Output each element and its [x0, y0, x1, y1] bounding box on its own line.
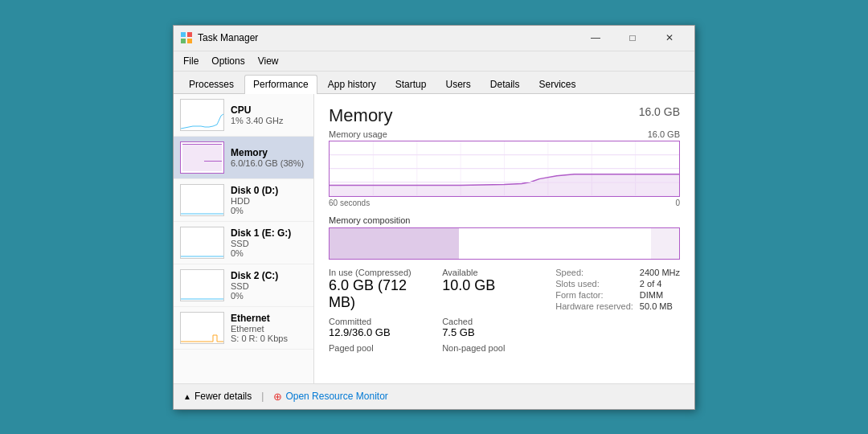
- grid-line-3: [330, 169, 679, 182]
- slots-label: Slots used:: [555, 279, 633, 289]
- hw-reserved-label: Hardware reserved:: [555, 301, 633, 311]
- monitor-icon: ⊕: [273, 391, 282, 403]
- time-right: 0: [675, 199, 680, 207]
- svg-rect-2: [181, 39, 186, 43]
- sidebar-item-cpu[interactable]: CPU 1% 3.40 GHz: [174, 94, 313, 137]
- svg-rect-1: [187, 32, 192, 37]
- ethernet-title: Ethernet: [231, 313, 307, 324]
- disk0-title: Disk 0 (D:): [231, 185, 307, 196]
- fewer-details-label: Fewer details: [194, 391, 252, 402]
- available-value: 10.0 GB: [442, 277, 539, 295]
- sidebar-item-disk0[interactable]: Disk 0 (D:) HDD 0%: [174, 179, 313, 222]
- tab-startup[interactable]: Startup: [387, 75, 436, 93]
- chart-time-row: 60 seconds 0: [329, 199, 680, 207]
- sidebar-item-disk2[interactable]: Disk 2 (C:) SSD 0%: [174, 264, 313, 307]
- stat-nonpaged: Non-paged pool: [442, 343, 539, 353]
- disk0-usage: 0%: [231, 206, 307, 215]
- open-resource-monitor-button[interactable]: ⊕ Open Resource Monitor: [273, 391, 387, 403]
- disk1-info: Disk 1 (E: G:) SSD 0%: [231, 227, 307, 258]
- svg-rect-0: [181, 32, 186, 37]
- tab-app-history[interactable]: App history: [319, 75, 385, 93]
- sidebar-item-ethernet[interactable]: Ethernet Ethernet S: 0 R: 0 Kbps: [174, 307, 313, 350]
- comp-cached: [651, 228, 679, 259]
- grid-line-2: [330, 155, 679, 169]
- comp-in-use: [330, 228, 459, 259]
- grid-line-1: [330, 141, 679, 155]
- menu-view[interactable]: View: [252, 53, 285, 69]
- stat-in-use: In use (Compressed) 6.0 GB (712 MB): [329, 268, 426, 312]
- app-icon: [180, 31, 193, 44]
- cpu-sub: 1% 3.40 GHz: [231, 116, 307, 125]
- footer: ▲ Fewer details | ⊕ Open Resource Monito…: [174, 383, 694, 409]
- menu-file[interactable]: File: [177, 53, 205, 69]
- tab-services[interactable]: Services: [530, 75, 585, 93]
- menu-options[interactable]: Options: [205, 53, 251, 69]
- ethernet-speed: S: 0 R: 0 Kbps: [231, 334, 307, 343]
- ethernet-info: Ethernet Ethernet S: 0 R: 0 Kbps: [231, 313, 307, 343]
- disk1-title: Disk 1 (E: G:): [231, 227, 307, 239]
- available-label: Available: [442, 268, 539, 277]
- tab-processes[interactable]: Processes: [180, 75, 243, 93]
- cached-label: Cached: [442, 317, 539, 326]
- tab-details[interactable]: Details: [481, 75, 529, 93]
- disk2-thumbnail: [180, 269, 224, 301]
- paged-label: Paged pool: [329, 343, 426, 353]
- chart-max: 16.0 GB: [648, 129, 680, 139]
- disk1-thumbnail: [180, 227, 224, 259]
- minimize-button[interactable]: —: [577, 25, 614, 51]
- in-use-value: 6.0 GB (712 MB): [329, 277, 426, 312]
- stat-cached: Cached 7.5 GB: [442, 317, 539, 339]
- stat-available: Available 10.0 GB: [442, 268, 539, 312]
- stat-paged: Paged pool: [329, 343, 426, 353]
- fewer-details-button[interactable]: ▲ Fewer details: [183, 391, 252, 402]
- cpu-title: CPU: [231, 104, 307, 116]
- disk0-type: HDD: [231, 196, 307, 206]
- memory-thumbnail: [180, 141, 224, 174]
- memory-chart: [329, 141, 680, 197]
- panel-header: Memory 16.0 GB: [329, 105, 680, 126]
- memory-usage-section: Memory usage 16.0 GB: [329, 129, 680, 207]
- speed-label: Speed:: [555, 268, 633, 277]
- disk2-type: SSD: [231, 281, 307, 291]
- comp-available: [459, 228, 651, 259]
- cpu-thumbnail: [180, 99, 224, 131]
- sidebar-item-memory[interactable]: Memory 6.0/16.0 GB (38%): [174, 137, 313, 179]
- title-bar: Task Manager — □ ✕: [174, 26, 694, 51]
- tab-performance[interactable]: Performance: [244, 75, 317, 94]
- disk1-usage: 0%: [231, 248, 307, 258]
- ethernet-thumbnail: [180, 312, 224, 344]
- composition-label: Memory composition: [329, 215, 680, 225]
- composition-section: Memory composition: [329, 215, 680, 260]
- cpu-info: CPU 1% 3.40 GHz: [231, 104, 307, 125]
- chart-label-row: Memory usage 16.0 GB: [329, 129, 680, 139]
- tab-bar: Processes Performance App history Startu…: [174, 72, 694, 94]
- ethernet-type: Ethernet: [231, 324, 307, 334]
- stats-section: In use (Compressed) 6.0 GB (712 MB) Avai…: [329, 268, 680, 354]
- committed-label: Committed: [329, 317, 426, 326]
- disk0-thumbnail: [180, 184, 224, 216]
- memory-title: Memory: [231, 147, 307, 158]
- chart-label: Memory usage: [329, 129, 387, 139]
- committed-value: 12.9/36.0 GB: [329, 326, 426, 339]
- close-button[interactable]: ✕: [651, 25, 688, 51]
- chevron-up-icon: ▲: [183, 392, 191, 401]
- maximize-button[interactable]: □: [614, 25, 651, 51]
- disk2-title: Disk 2 (C:): [231, 270, 307, 281]
- form-label: Form factor:: [555, 290, 633, 300]
- in-use-label: In use (Compressed): [329, 268, 426, 277]
- stat-committed: Committed 12.9/36.0 GB: [329, 317, 426, 339]
- main-panel: Memory 16.0 GB Memory usage 16.0 GB: [314, 94, 694, 383]
- disk2-usage: 0%: [231, 291, 307, 301]
- sidebar-item-disk1[interactable]: Disk 1 (E: G:) SSD 0%: [174, 222, 313, 264]
- stats-left: In use (Compressed) 6.0 GB (712 MB) Avai…: [329, 268, 539, 354]
- memory-sub: 6.0/16.0 GB (38%): [231, 158, 307, 168]
- open-monitor-label: Open Resource Monitor: [285, 391, 387, 402]
- disk2-info: Disk 2 (C:) SSD 0%: [231, 270, 307, 301]
- grid-line-4: [330, 182, 679, 196]
- disk0-info: Disk 0 (D:) HDD 0%: [231, 185, 307, 215]
- sidebar: CPU 1% 3.40 GHz Memory 6.0/16.0 GB (38%): [174, 94, 314, 383]
- time-left: 60 seconds: [329, 199, 370, 207]
- panel-title: Memory: [329, 105, 392, 126]
- slots-value: 2 of 4: [640, 279, 680, 289]
- tab-users[interactable]: Users: [436, 75, 479, 93]
